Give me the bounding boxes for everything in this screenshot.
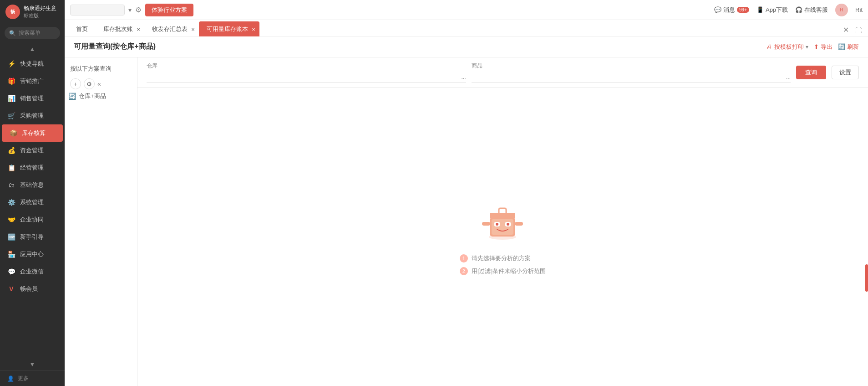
filter-settings-button[interactable]: 设置 [832,66,859,79]
tab-stock-summary[interactable]: 收发存汇总表 × [144,21,199,36]
scheme-collapse-button[interactable]: « [97,80,101,87]
wechat-icon: 💬 [7,268,15,276]
sidebar-item-appstore[interactable]: 🏪 应用中心 [0,246,65,263]
page-content: 可用量查询(按仓库+商品) 🖨 按模板打印 ▾ ⬆ 导出 🔄 刷新 [65,36,868,386]
tab-stock-close[interactable]: × [189,26,197,33]
sidebar-bottom-icon: 👤 [7,376,14,382]
warehouse-input-wrapper: ... [147,72,466,82]
sidebar-item-operation[interactable]: 📋 经营管理 [0,159,65,176]
export-label: 导出 [821,43,832,51]
username-label: Rit [855,6,863,13]
appstore-icon: 🏪 [7,250,15,258]
close-all-tabs-button[interactable]: ✕ [839,24,853,36]
svg-rect-9 [482,222,490,226]
message-badge: 99+ [737,7,749,13]
print-dropdown-icon[interactable]: ▾ [806,44,808,50]
refresh-button[interactable]: 🔄 刷新 [838,43,859,51]
filter-fields-area: 仓库 ... 商品 ... [137,57,868,87]
sidebar-item-label: 经营管理 [20,164,44,172]
tab-batch-account[interactable]: 库存批次账 × [96,21,144,36]
empty-cube-svg [480,198,525,244]
goods-more-btn[interactable]: ... [786,74,791,80]
svg-point-5 [496,223,498,226]
scheme-settings-button[interactable]: ⚙ [84,78,95,89]
sidebar-item-sales[interactable]: 📊 销售管理 [0,90,65,107]
tip-text-2: 用[过滤]条件来缩小分析范围 [472,267,546,275]
tab-home-label: 首页 [76,25,88,33]
add-scheme-button[interactable]: + [70,78,81,89]
scheme-label: 按以下方案查询 [70,65,112,73]
user-avatar[interactable]: R [835,4,848,16]
sidebar: 畅 畅康通好生意 标准版 🔍 搜索菜单 ▲ ⚡ 快捷导航 🎁 营销推广 📊 销售… [0,0,65,386]
quick-nav-icon: ⚡ [7,60,15,68]
sidebar-item-wechat[interactable]: 💬 企业微信 [0,263,65,280]
page-header: 可用量查询(按仓库+商品) 🖨 按模板打印 ▾ ⬆ 导出 🔄 刷新 [65,36,868,57]
topbar-dropdown-icon[interactable]: ▾ [128,6,132,14]
tab-batch-close[interactable]: × [135,26,142,33]
scheme-item-icon: 🔄 [68,93,76,100]
sidebar-item-purchase[interactable]: 🛒 采购管理 [0,107,65,124]
message-action[interactable]: 💬 消息 99+ [714,6,749,14]
export-icon: ⬆ [814,43,819,50]
goods-input[interactable] [472,73,784,80]
sidebar-item-enterprise[interactable]: 🤝 企业协同 [0,211,65,228]
warehouse-input[interactable] [147,73,459,80]
sidebar-item-quick-nav[interactable]: ⚡ 快捷导航 [0,55,65,72]
sidebar-bottom-label: 更多 [18,375,29,382]
topbar-search-input[interactable] [70,5,125,15]
enterprise-icon: 🤝 [7,216,15,224]
member-icon: V [7,285,15,293]
warehouse-more-btn[interactable]: ... [461,74,466,80]
goods-input-wrapper: ... [472,72,791,82]
sidebar-scroll-up[interactable]: ▲ [0,43,65,55]
avatar-text: R [840,7,843,12]
topbar: ▾ ⚙ 体验行业方案 💬 消息 99+ 📱 App下载 🎧 在线客服 R Rit [65,0,868,20]
main: ▾ ⚙ 体验行业方案 💬 消息 99+ 📱 App下载 🎧 在线客服 R Rit [65,0,868,386]
chevron-up-icon: ▲ [30,46,36,52]
sidebar-item-label: 资金管理 [20,146,44,154]
sidebar-app-name: 畅康通好生意 [24,5,56,12]
goods-field-label: 商品 [472,62,791,70]
sidebar-item-system[interactable]: ⚙️ 系统管理 [0,194,65,211]
sidebar-item-guide[interactable]: 🆕 新手引导 [0,228,65,246]
svg-rect-10 [515,222,523,226]
chevron-down-icon: ▼ [30,361,36,368]
sidebar-item-finance[interactable]: 💰 资金管理 [0,142,65,159]
export-button[interactable]: ⬆ 导出 [814,43,832,51]
expand-tabs-button[interactable]: ⛶ [853,25,864,36]
sidebar-search[interactable]: 🔍 搜索菜单 [5,27,60,39]
topbar-gear-icon[interactable]: ⚙ [135,5,142,14]
industry-solution-button[interactable]: 体验行业方案 [145,4,193,16]
sidebar-item-marketing[interactable]: 🎁 营销推广 [0,72,65,90]
customer-service-action[interactable]: 🎧 在线客服 [795,6,828,14]
app-download-action[interactable]: 📱 App下载 [756,6,788,14]
sidebar-bottom[interactable]: 👤 更多 [0,371,65,386]
sidebar-item-member[interactable]: V 畅会员 [0,280,65,298]
sidebar-item-label: 企业协同 [20,216,44,224]
print-label: 按模板打印 [774,43,804,51]
scheme-item-warehouse-goods[interactable]: 🔄 仓库+商品 [65,90,137,102]
query-button[interactable]: 查询 [796,66,826,79]
message-icon: 💬 [714,6,721,13]
sidebar-item-label: 系统管理 [20,198,44,206]
sidebar-scroll-down[interactable]: ▼ [0,358,65,371]
tab-home[interactable]: 首页 [68,21,96,36]
tab-available-ledger[interactable]: 可用量库存账本 × [199,21,259,36]
sidebar-item-inventory[interactable]: 📦 库存核算 [2,124,63,142]
sidebar-item-basic[interactable]: 🗂 基础信息 [0,176,65,194]
system-icon: ⚙️ [7,198,15,206]
empty-illustration [480,198,525,245]
scheme-panel-header: 按以下方案查询 [65,62,137,76]
tip-num-1: 1 [460,254,468,262]
empty-state-area: 1 请先选择要分析的方案 2 用[过滤]条件来缩小分析范围 [137,87,868,386]
empty-state: 1 请先选择要分析的方案 2 用[过滤]条件来缩小分析范围 [460,198,546,275]
print-template-button[interactable]: 🖨 按模板打印 ▾ [766,43,808,51]
warehouse-filter-field: 仓库 ... [147,62,466,82]
scrollbar-thumb[interactable] [865,264,868,292]
refresh-icon: 🔄 [838,43,845,50]
message-label: 消息 [723,6,735,14]
svg-rect-2 [492,219,513,235]
sidebar-item-label: 畅会员 [20,285,38,293]
tab-available-close[interactable]: × [250,26,257,33]
sidebar-item-label: 应用中心 [20,250,44,258]
